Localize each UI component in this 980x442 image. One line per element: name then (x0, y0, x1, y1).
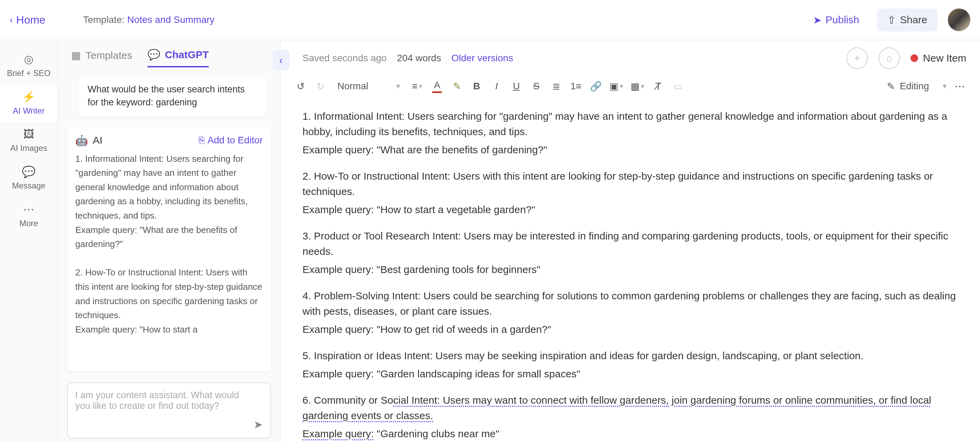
numbered-list-icon: 1≡ (570, 81, 581, 92)
paragraph: 2. How-To or Instructional Intent: Users… (302, 168, 958, 199)
redo-button[interactable]: ↻ (314, 81, 326, 92)
numbered-list-button[interactable]: 1≡ (570, 81, 582, 92)
rail-more[interactable]: ⋯ More (0, 197, 57, 234)
home-link[interactable]: ‹ Home (10, 14, 46, 26)
ai-title: 🤖 AI (75, 134, 102, 146)
editor-toolbar: ↺ ↻ Normal ▾ ≡▾ A ✎ B I U S ≣ 1≡ 🔗 ▣▾ ▦▾… (281, 73, 980, 100)
panel-tabs: ▦ Templates 💬 ChatGPT (58, 40, 280, 67)
composer-input[interactable] (75, 390, 249, 431)
share-label: Share (900, 14, 927, 25)
left-rail: ◎ Brief + SEO ⚡ AI Writer 🖼 AI Images 💬 … (0, 40, 58, 442)
italic-button[interactable]: I (490, 81, 503, 92)
person-add-icon: + (854, 53, 860, 64)
message-icon: 💬 (22, 165, 36, 178)
bolt-icon: ⚡ (22, 90, 36, 103)
rail-label: AI Writer (13, 106, 45, 116)
editing-mode-select[interactable]: ✎ Editing ▾ (887, 81, 947, 92)
font-color-button[interactable]: A (431, 80, 443, 93)
redo-icon: ↻ (317, 81, 325, 92)
comment-button[interactable]: ▭ (672, 81, 684, 92)
publish-label: Publish (826, 14, 859, 25)
tab-chatgpt[interactable]: 💬 ChatGPT (148, 49, 209, 67)
paragraph: Example query: "What are the benefits of… (302, 142, 958, 157)
spell-suggestion[interactable]: Example query: (302, 428, 374, 439)
chevron-down-icon: ▾ (419, 82, 422, 90)
paragraph: 4. Problem-Solving Intent: Users could b… (302, 288, 958, 319)
dots-icon: ⋯ (23, 203, 34, 216)
spell-suggestion[interactable]: cial Intent: Users may want to connect w… (302, 394, 931, 421)
undo-button[interactable]: ↺ (294, 81, 307, 92)
insert-image-button[interactable]: ▣▾ (609, 81, 623, 92)
bold-button[interactable]: B (471, 81, 483, 92)
header: ‹ Home Template: Notes and Summary ➤ Pub… (0, 0, 980, 40)
image-icon: ▣ (609, 81, 618, 92)
send-button[interactable]: ➤ (253, 418, 263, 431)
pencil-icon: ✎ (887, 81, 895, 92)
paragraph: Example query: "Garden landscaping ideas… (302, 366, 958, 382)
add-collaborator-button[interactable]: + (846, 47, 868, 69)
rail-message[interactable]: 💬 Message (0, 159, 57, 197)
paper-plane-icon: ➤ (253, 418, 263, 431)
chat-icon: 💬 (148, 49, 160, 60)
underline-button[interactable]: U (510, 81, 522, 92)
tab-label: ChatGPT (165, 49, 209, 60)
add-to-editor-button[interactable]: ⎘ Add to Editor (199, 135, 263, 146)
rail-ai-images[interactable]: 🖼 AI Images (0, 122, 57, 159)
publish-button[interactable]: ➤ Publish (803, 9, 869, 31)
paragraph: 6. Community or Social Intent: Users may… (302, 393, 958, 423)
insert-table-button[interactable]: ▦▾ (631, 81, 644, 92)
collapse-panel-button[interactable]: ‹ (272, 50, 290, 70)
rail-brief-seo[interactable]: ◎ Brief + SEO (0, 46, 57, 84)
rail-label: Message (12, 181, 45, 191)
paragraph: Example query: "Gardening clubs near me" (302, 426, 958, 441)
share-button[interactable]: ⇧ Share (877, 8, 937, 32)
paragraph-style-select[interactable]: Normal ▾ (334, 79, 403, 94)
paragraph: 3. Product or Tool Research Intent: User… (302, 228, 958, 259)
template-name[interactable]: Notes and Summary (127, 14, 215, 25)
status-dot-icon (910, 54, 918, 62)
paragraph: Example query: "Best gardening tools for… (302, 262, 958, 277)
align-button[interactable]: ≡▾ (411, 81, 423, 92)
ai-label: AI (93, 134, 102, 146)
clear-format-icon: T̸ (655, 81, 661, 92)
editing-label: Editing (900, 81, 929, 92)
word-count: 204 words (397, 53, 441, 64)
side-panel: ‹ ▦ Templates 💬 ChatGPT What would be th… (58, 40, 281, 442)
rail-label: Brief + SEO (7, 68, 50, 78)
ai-response-text: 1. Informational Intent: Users searching… (75, 152, 263, 364)
bullet-list-button[interactable]: ≣ (550, 81, 562, 92)
align-left-icon: ≡ (412, 81, 417, 92)
template-prefix: Template: (83, 14, 127, 25)
templates-icon: ▦ (71, 49, 81, 61)
image-icon: 🖼 (23, 128, 34, 141)
send-icon: ➤ (813, 14, 822, 26)
upload-icon: ⇧ (887, 14, 896, 26)
add-attachment-button[interactable]: ⌂ (878, 47, 900, 69)
briefcase-icon: ⌂ (886, 53, 892, 64)
older-versions-link[interactable]: Older versions (451, 53, 513, 64)
new-item-link[interactable]: New Item (910, 52, 966, 64)
composer: ➤ (67, 383, 271, 439)
dots-icon: ⋯ (955, 80, 966, 93)
avatar[interactable] (948, 8, 970, 31)
chevron-left-icon: ‹ (10, 14, 13, 25)
chevron-down-icon: ▾ (396, 82, 400, 91)
clear-format-button[interactable]: T̸ (652, 81, 664, 92)
bullet-list-icon: ≣ (552, 81, 560, 92)
more-toolbar-button[interactable]: ⋯ (954, 80, 966, 93)
rail-ai-writer[interactable]: ⚡ AI Writer (0, 84, 57, 122)
highlighter-icon: ✎ (453, 81, 461, 92)
undo-icon: ↺ (297, 81, 305, 92)
strikethrough-button[interactable]: S (530, 81, 542, 92)
tab-templates[interactable]: ▦ Templates (71, 49, 132, 67)
home-label: Home (16, 14, 45, 26)
highlight-button[interactable]: ✎ (451, 81, 463, 92)
link-icon: 🔗 (590, 81, 602, 92)
link-button[interactable]: 🔗 (590, 81, 602, 92)
style-label: Normal (337, 81, 368, 92)
paragraph: 1. Informational Intent: Users searching… (302, 108, 958, 139)
tab-label: Templates (86, 49, 132, 61)
document-body[interactable]: 1. Informational Intent: Users searching… (281, 100, 980, 442)
table-icon: ▦ (631, 81, 640, 92)
rail-label: More (19, 219, 38, 228)
